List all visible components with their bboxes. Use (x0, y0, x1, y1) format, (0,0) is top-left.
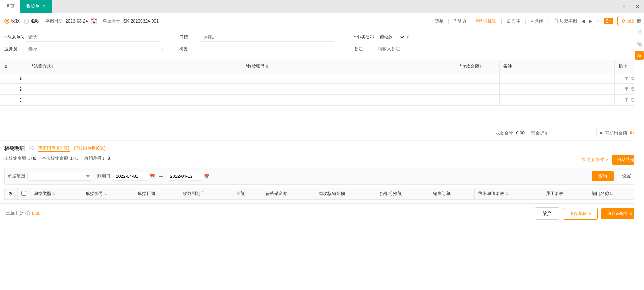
dept-sort-icon[interactable]: ⇅ (610, 192, 613, 196)
sidebar-table-icon[interactable]: ▦ (635, 16, 644, 25)
employee-input[interactable] (26, 45, 159, 53)
discount-input[interactable] (553, 129, 597, 137)
docno-sort-icon[interactable]: ⇅ (104, 192, 107, 196)
row1-settings (0, 73, 13, 84)
writeoff-info-icon[interactable]: ⓘ (29, 145, 34, 152)
receipt-radio[interactable]: 收款 (4, 18, 20, 24)
account-sort-icon[interactable]: ⇅ (266, 64, 268, 68)
calendar-icon[interactable]: 📅 (91, 18, 97, 24)
summary-input[interactable] (201, 45, 339, 53)
date-end-calendar-icon[interactable]: 📅 (204, 174, 209, 179)
sidebar-clip-icon[interactable]: 📎 (635, 39, 644, 48)
row1-settlement[interactable] (28, 73, 242, 84)
footer-info: 本单上欠 ⓘ 0.00 (6, 211, 40, 217)
col-amount-header: *收款金额⇅ (456, 60, 500, 73)
layout-icon[interactable]: ≡ (597, 19, 599, 24)
doc-type-radio-group: 收款 退款 (4, 18, 39, 24)
row3-delete-icon[interactable]: 🗑 (624, 97, 629, 103)
window-close-icon[interactable]: ✕ (635, 4, 640, 9)
shortcut-btn[interactable]: ⌨ 快捷键 (476, 18, 496, 24)
row2-settlement[interactable] (28, 84, 242, 95)
bt-col-amount: 金额 (232, 188, 262, 200)
select-all-checkbox[interactable] (21, 191, 26, 196)
tab-home[interactable]: 首页 (0, 0, 20, 13)
sidebar-ai-icon[interactable]: Ai (635, 51, 644, 60)
business-type-select[interactable]: 预收款 (376, 33, 405, 42)
footer-actions: 放弃 保存草稿 ∧ 保存&新增 ∧ (535, 207, 638, 220)
form-row-1: 往来单位 ··· 门店 ··· 业务类型 预收款 ▼ (4, 33, 640, 42)
partner-more-icon[interactable]: ··· (160, 35, 165, 40)
window-restore-icon[interactable]: □ (629, 4, 632, 9)
toolbar-right: ⊙ 视频 | ? 帮助 | ⌨ 快捷键 | 🖨 打印 | ≡ 操作 | 📋 历史… (430, 16, 640, 26)
range-select[interactable] (27, 172, 93, 181)
row2-remark[interactable] (500, 84, 615, 95)
footer-info-icon: ⓘ (25, 211, 30, 217)
stat-current-label: 本次核销金额 (42, 155, 68, 161)
partner-label: 往来单位 (4, 34, 26, 40)
save-draft-button[interactable]: 保存草稿 ∧ (563, 208, 598, 220)
col-settlement-header: *结算方式⇅ (28, 60, 242, 73)
row1-account[interactable] (242, 73, 456, 84)
settlement-sort-icon[interactable]: ⇅ (52, 64, 55, 68)
summary-field: 摘要 (179, 45, 339, 53)
row3-remark[interactable] (500, 95, 615, 106)
receipt-radio-dot (4, 19, 9, 24)
doctype-sort-icon[interactable]: ⇅ (52, 192, 55, 196)
row2-account[interactable] (242, 84, 456, 95)
help-btn[interactable]: ? 帮助 (453, 18, 466, 24)
grid-icon[interactable]: 8≡ (604, 18, 613, 24)
done-tab[interactable]: 已核销单据(0笔) (74, 145, 106, 152)
tab-close-icon[interactable]: ✕ (42, 4, 46, 9)
row3-account[interactable] (242, 95, 456, 106)
store-more-icon[interactable]: ··· (335, 35, 339, 40)
store-input[interactable] (201, 33, 334, 42)
bt-col-settings[interactable]: ⚙ (5, 188, 18, 200)
remark-input[interactable] (376, 45, 500, 53)
discount-label: + 现金折扣: (527, 130, 550, 136)
partner-sort-icon[interactable]: ⇅ (505, 192, 508, 196)
bottom-settings-button[interactable]: 设置 (617, 171, 636, 181)
row2-amount[interactable] (456, 84, 500, 95)
col-settings-header[interactable]: ⚙ (0, 60, 13, 73)
save-new-label: 保存&新增 (607, 211, 628, 217)
date-start-calendar-icon[interactable]: 📅 (150, 174, 155, 179)
tab-receipt[interactable]: 收款单 ✕ (20, 0, 52, 13)
print-btn[interactable]: 🖨 打印 (506, 18, 521, 24)
remark-field: 备注 (354, 45, 500, 53)
stats-row: 未核销金额 0.00 本次核销金额 0.00 核销差额 0.00 (4, 155, 111, 161)
row1-delete-icon[interactable]: 🗑 (624, 75, 629, 81)
bottom-table: ⚙ 单据类型⇅ 单据编号⇅ 单据日期 收款到期日 金额 待核销金额 本次核销金额 (4, 188, 640, 200)
date-end-input[interactable] (167, 172, 203, 181)
date-start-input[interactable] (113, 172, 149, 181)
history-btn[interactable]: 📋 历史单据 (553, 18, 577, 24)
row2-delete-icon[interactable]: 🗑 (624, 86, 629, 92)
window-minimize-icon[interactable]: － (621, 3, 627, 10)
partner-input[interactable] (26, 33, 159, 42)
stat-uncleared-label: 未核销金额 (4, 155, 26, 161)
right-sidebar: ▦ 📄 📎 Ai (634, 13, 644, 290)
row3-settlement[interactable] (28, 95, 242, 106)
row1-amount[interactable] (456, 73, 500, 84)
more-filter-btn[interactable]: ▽ 更多条件 ∧ (582, 157, 609, 163)
refund-radio[interactable]: 退款 (24, 18, 39, 24)
employee-more-icon[interactable]: ··· (160, 46, 165, 52)
pending-tab[interactable]: 待核销单据(0笔) (38, 145, 70, 152)
receipt-table: ⚙ *结算方式⇅ *收款账号⇅ *收款金额⇅ 备注 操作 (0, 60, 644, 106)
row1-remark[interactable] (500, 73, 615, 84)
abandon-button[interactable]: 放弃 (535, 207, 559, 220)
video-btn[interactable]: ⊙ 视频 (430, 18, 444, 24)
amount-sort-icon[interactable]: ⇅ (480, 64, 483, 68)
row3-amount[interactable] (456, 95, 500, 106)
receipt-radio-label: 收款 (11, 18, 20, 24)
query-button[interactable]: 查询 (592, 171, 614, 181)
nav-prev-icon[interactable]: ◀ (581, 19, 585, 24)
operation-btn[interactable]: ≡ 操作 (530, 18, 543, 24)
more-filter-chevron-icon: ∧ (606, 157, 609, 162)
nav-next-icon[interactable]: ▶ (589, 19, 592, 24)
doc-date-value: 2023-03-24 (66, 19, 88, 24)
save-new-button[interactable]: 保存&新增 ∧ (601, 208, 638, 219)
receipt-table-container: ⚙ *结算方式⇅ *收款账号⇅ *收款金额⇅ 备注 操作 (0, 60, 644, 126)
bt-col-check[interactable] (18, 188, 30, 200)
due-date-field: 到期日 📅 — 📅 (97, 172, 209, 181)
sidebar-doc-icon[interactable]: 📄 (635, 28, 644, 36)
